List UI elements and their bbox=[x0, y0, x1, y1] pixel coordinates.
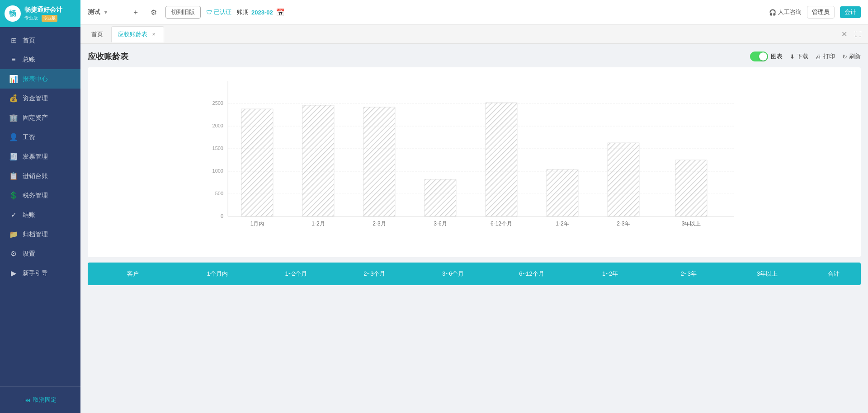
header-right: 🎧 人工咨询 管理员 会计 bbox=[769, 6, 861, 19]
tab-close-icon[interactable]: × bbox=[150, 31, 157, 38]
table-header: 客户 1个月内 1~2个月 2~3个月 3~6个月 6~12个月 1~2年 2~… bbox=[88, 263, 861, 285]
invoice-icon: 🧾 bbox=[9, 152, 18, 161]
bar-3年以上 bbox=[675, 160, 707, 216]
sidebar-item-label: 报表中心 bbox=[23, 75, 48, 83]
svg-text:0: 0 bbox=[221, 213, 223, 219]
sidebar-item-archive[interactable]: 📁 归档管理 bbox=[0, 225, 80, 244]
sidebar-item-capital[interactable]: 💰 资金管理 bbox=[0, 89, 80, 108]
toolbar-right: 图表 ⬇ 下载 🖨 打印 ↻ 刷新 bbox=[750, 52, 861, 61]
svg-text:2500: 2500 bbox=[212, 100, 223, 106]
th-customer: 客户 bbox=[88, 263, 178, 285]
period-value: 2023-02 bbox=[251, 9, 273, 16]
sidebar-item-label: 归档管理 bbox=[23, 230, 48, 239]
sidebar-item-tax[interactable]: 💲 税务管理 bbox=[0, 186, 80, 205]
old-version-button[interactable]: 切到旧版 bbox=[165, 6, 201, 19]
download-button[interactable]: ⬇ 下载 bbox=[790, 52, 808, 61]
app-title: 畅捷通好会计 bbox=[24, 5, 62, 14]
app-subtitle: 专业版 bbox=[24, 15, 38, 21]
sidebar-item-guide[interactable]: ▶ 新手引导 bbox=[0, 263, 80, 283]
svg-text:2-3年: 2-3年 bbox=[617, 221, 630, 227]
sidebar-item-label: 新手引导 bbox=[23, 269, 48, 277]
bar-1-2月 bbox=[302, 105, 334, 216]
bar-1-2年 bbox=[547, 169, 578, 216]
calendar-icon[interactable]: 📅 bbox=[276, 8, 285, 17]
company-selector[interactable]: 测试 ▼ bbox=[88, 8, 124, 16]
assets-icon: 🏢 bbox=[9, 113, 18, 122]
sidebar-item-settings[interactable]: ⚙ 设置 bbox=[0, 244, 80, 263]
tab-home[interactable]: 首页 bbox=[85, 27, 109, 42]
chart-card: 0 500 1000 1500 2000 2500 bbox=[88, 67, 861, 257]
maximize-window-button[interactable]: ⛶ bbox=[853, 28, 863, 40]
page-title-bar: 应收账龄表 图表 ⬇ 下载 🖨 打印 ↻ 刷新 bbox=[88, 51, 861, 62]
svg-text:3年以上: 3年以上 bbox=[682, 221, 701, 227]
sidebar-item-sales[interactable]: 📋 进销台账 bbox=[0, 166, 80, 186]
wages-icon: 👤 bbox=[9, 133, 18, 141]
bar-2-3年 bbox=[608, 143, 639, 216]
toggle-knob bbox=[759, 52, 767, 61]
tab-bar-right: ✕ ⛶ bbox=[840, 28, 863, 40]
chevron-down-icon: ▼ bbox=[103, 9, 108, 15]
bar-6-12月 bbox=[486, 103, 517, 216]
capital-icon: 💰 bbox=[9, 94, 18, 103]
sidebar-item-label: 总账 bbox=[23, 56, 35, 64]
tab-ar-aging-label: 应收账龄表 bbox=[118, 30, 147, 38]
th-3-6month: 3~6个月 bbox=[414, 263, 492, 285]
th-6-12month: 6~12个月 bbox=[492, 263, 571, 285]
chart-toggle-area: 图表 bbox=[750, 52, 783, 61]
th-total: 合计 bbox=[807, 263, 861, 285]
sidebar-item-label: 税务管理 bbox=[23, 192, 48, 200]
sidebar-item-invoice[interactable]: 🧾 发票管理 bbox=[0, 147, 80, 166]
th-2-3month: 2~3个月 bbox=[335, 263, 414, 285]
svg-text:500: 500 bbox=[215, 191, 223, 196]
pro-badge: 专业版 bbox=[42, 15, 57, 22]
content-area: 应收账龄表 图表 ⬇ 下载 🖨 打印 ↻ 刷新 bbox=[80, 44, 868, 413]
sidebar-logo: 畅 畅捷通好会计 专业版 专业版 bbox=[0, 0, 80, 27]
tab-bar: 首页 应收账龄表 × ✕ ⛶ bbox=[80, 25, 868, 44]
add-button[interactable]: ＋ bbox=[129, 6, 142, 19]
sidebar-item-label: 首页 bbox=[23, 37, 35, 45]
th-1-2month: 1~2个月 bbox=[257, 263, 335, 285]
download-icon: ⬇ bbox=[790, 53, 795, 60]
logo-icon: 畅 bbox=[5, 5, 21, 22]
refresh-button[interactable]: ↻ 刷新 bbox=[842, 52, 861, 61]
settings-header-button[interactable]: ⚙ bbox=[147, 6, 160, 19]
cancel-fixed-button[interactable]: ⏮ 取消固定 bbox=[0, 391, 80, 408]
period-area: 账期 2023-02 📅 bbox=[237, 8, 285, 17]
accounting-button[interactable]: 会计 bbox=[840, 6, 861, 18]
ledger-icon: ≡ bbox=[9, 56, 18, 64]
sidebar-item-label: 进销台账 bbox=[23, 172, 48, 180]
chart-toggle-label: 图表 bbox=[771, 52, 783, 61]
close-window-button[interactable]: ✕ bbox=[840, 28, 849, 40]
svg-text:6-12个月: 6-12个月 bbox=[491, 221, 512, 227]
top-header: 测试 ▼ ＋ ⚙ 切到旧版 🛡 已认证 账期 2023-02 📅 🎧 人工咨询 … bbox=[80, 0, 868, 25]
consultation-button[interactable]: 🎧 人工咨询 bbox=[769, 8, 802, 16]
headset-icon: 🎧 bbox=[769, 9, 776, 16]
pin-left-icon: ⏮ bbox=[24, 397, 30, 404]
sidebar-item-assets[interactable]: 🏢 固定资产 bbox=[0, 108, 80, 127]
certified-badge: 🛡 已认证 bbox=[206, 8, 231, 16]
sidebar-item-home[interactable]: ⊞ 首页 bbox=[0, 31, 80, 50]
sidebar-item-closing[interactable]: ✓ 结账 bbox=[0, 205, 80, 225]
bar-1月内 bbox=[241, 109, 273, 216]
shield-icon: 🛡 bbox=[206, 9, 212, 16]
company-name: 测试 bbox=[88, 8, 100, 16]
svg-text:3-6月: 3-6月 bbox=[434, 221, 447, 227]
sidebar-item-ledger[interactable]: ≡ 总账 bbox=[0, 50, 80, 69]
archive-icon: 📁 bbox=[9, 230, 18, 239]
tab-ar-aging[interactable]: 应收账龄表 × bbox=[111, 26, 164, 42]
chart-toggle-switch[interactable] bbox=[750, 52, 768, 61]
reports-icon: 📊 bbox=[9, 75, 18, 83]
sidebar: 畅 畅捷通好会计 专业版 专业版 ⊞ 首页 ≡ 总账 📊 报表中心 💰 资金管理 bbox=[0, 0, 80, 413]
th-1month: 1个月内 bbox=[178, 263, 257, 285]
sidebar-item-wages[interactable]: 👤 工资 bbox=[0, 127, 80, 147]
sales-icon: 📋 bbox=[9, 172, 18, 180]
user-button[interactable]: 管理员 bbox=[807, 6, 835, 19]
th-2-3year: 2~3年 bbox=[650, 263, 728, 285]
svg-text:2000: 2000 bbox=[212, 123, 223, 128]
sidebar-item-reports[interactable]: 📊 报表中心 bbox=[0, 69, 80, 89]
svg-text:2-3月: 2-3月 bbox=[373, 221, 386, 227]
th-1-2year: 1~2年 bbox=[571, 263, 650, 285]
refresh-icon: ↻ bbox=[842, 53, 847, 60]
print-button[interactable]: 🖨 打印 bbox=[816, 52, 835, 61]
guide-icon: ▶ bbox=[9, 269, 18, 277]
